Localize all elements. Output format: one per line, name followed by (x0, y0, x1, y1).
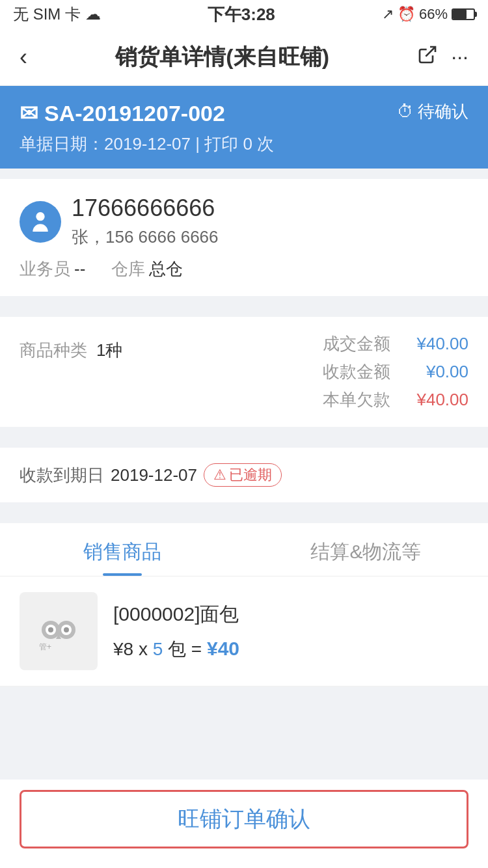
product-unit-price: ¥8 (113, 639, 133, 659)
financial-stats: 成交金额 ¥40.00 收款金额 ¥0.00 本单欠款 ¥40.00 (323, 332, 468, 411)
received-label: 收款金额 (323, 360, 390, 383)
product-types-label: 商品种类 (20, 339, 87, 362)
overdue-badge-text: 已逾期 (229, 465, 272, 485)
tab-settlement[interactable]: 结算&物流等 (244, 523, 488, 576)
bottom-bar: 旺铺订单确认 (0, 780, 488, 868)
customer-name: 张，156 6666 6666 (72, 226, 219, 249)
tabs-bar: 销售商品 结算&物流等 (0, 523, 488, 576)
overdue-warning-icon: ⚠ (213, 467, 226, 483)
order-header-card: ✉ SA-20191207-002 单据日期：2019-12-07 | 打印 0… (0, 86, 488, 169)
page-title: 销货单详情(来自旺铺) (115, 42, 329, 72)
share-button[interactable] (417, 44, 438, 70)
warehouse-item: 仓库 总仓 (111, 258, 183, 280)
warehouse-value: 总仓 (149, 258, 183, 280)
customer-info-card: 17666666666 张，156 6666 6666 业务员 -- 仓库 总仓 (0, 179, 488, 296)
owed-label: 本单欠款 (323, 388, 390, 411)
svg-point-1 (36, 212, 44, 221)
battery-label: 66% (419, 6, 448, 23)
product-name: [0000002]面包 (113, 601, 468, 628)
amount-value: ¥40.00 (397, 334, 468, 354)
overdue-date: 2019-12-07 (111, 465, 197, 485)
stats-card: 商品种类 1种 成交金额 ¥40.00 收款金额 ¥0.00 本单欠款 ¥40.… (0, 317, 488, 427)
alarm-icon: ⏰ (398, 6, 415, 23)
svg-point-6 (48, 627, 53, 632)
svg-point-7 (64, 627, 69, 632)
nav-right-buttons: ··· (417, 44, 468, 70)
back-button[interactable]: ‹ (20, 44, 27, 71)
sim-label: 无 SIM 卡 ☁ (13, 4, 101, 25)
product-equals: = (191, 639, 207, 659)
status-text: 待确认 (418, 100, 468, 123)
product-info: [0000002]面包 ¥8 x 5 包 = ¥40 (113, 601, 468, 662)
order-id: SA-20191207-002 (44, 101, 225, 126)
received-value: ¥0.00 (397, 362, 468, 382)
header-left: ✉ SA-20191207-002 单据日期：2019-12-07 | 打印 0… (20, 100, 397, 156)
svg-line-0 (426, 47, 436, 57)
customer-avatar (20, 201, 61, 243)
owed-value: ¥40.00 (397, 390, 468, 410)
product-quantity: 5 (153, 639, 163, 659)
more-button[interactable]: ··· (451, 45, 468, 69)
order-status: ⏱ 待确认 (397, 100, 468, 123)
product-types: 商品种类 1种 (20, 332, 122, 368)
order-envelope-icon: ✉ (20, 100, 38, 126)
svg-text:管+: 管+ (39, 642, 51, 651)
tab-sales-products[interactable]: 销售商品 (0, 523, 244, 576)
divider-1 (0, 296, 488, 306)
status-bar: 无 SIM 卡 ☁ 下午3:28 ↗ ⏰ 66% (0, 0, 488, 29)
customer-details: 17666666666 张，156 6666 6666 (72, 195, 219, 249)
product-thumbnail: 管+ (20, 592, 98, 670)
status-bar-right: ↗ ⏰ 66% (382, 6, 475, 23)
salesperson-value: -- (74, 259, 85, 279)
amount-label: 成交金额 (323, 332, 390, 355)
overdue-card: 收款到期日 2019-12-07 ⚠ 已逾期 (0, 448, 488, 502)
amount-item: 成交金额 ¥40.00 (323, 332, 468, 355)
customer-meta: 业务员 -- 仓库 总仓 (20, 258, 468, 280)
status-bar-time: 下午3:28 (208, 3, 275, 26)
product-card: 管+ [0000002]面包 ¥8 x 5 包 = ¥40 (0, 576, 488, 686)
status-clock-icon: ⏱ (397, 102, 414, 122)
battery-icon (452, 8, 475, 20)
product-total: ¥40 (207, 638, 239, 659)
divider-3 (0, 502, 488, 513)
overdue-row: 收款到期日 2019-12-07 ⚠ 已逾期 (20, 463, 468, 487)
stats-row: 商品种类 1种 成交金额 ¥40.00 收款金额 ¥0.00 本单欠款 ¥40.… (20, 332, 468, 411)
product-types-value: 1种 (96, 339, 122, 362)
tab-settlement-label: 结算&物流等 (310, 541, 421, 562)
order-id-row: ✉ SA-20191207-002 (20, 100, 397, 126)
overdue-label: 收款到期日 (20, 464, 104, 487)
divider-2 (0, 427, 488, 437)
product-price-row: ¥8 x 5 包 = ¥40 (113, 637, 468, 662)
order-date: 单据日期：2019-12-07 | 打印 0 次 (20, 133, 397, 156)
status-bar-left: 无 SIM 卡 ☁ (13, 4, 101, 25)
customer-phone: 17666666666 (72, 195, 219, 222)
customer-row: 17666666666 张，156 6666 6666 (20, 195, 468, 249)
product-unit: 包 (168, 639, 186, 659)
received-item: 收款金额 ¥0.00 (323, 360, 468, 383)
nav-bar: ‹ 销货单详情(来自旺铺) ··· (0, 29, 488, 86)
confirm-order-button[interactable]: 旺铺订单确认 (20, 790, 468, 848)
salesperson-label: 业务员 (20, 258, 70, 280)
tab-sales-products-label: 销售商品 (83, 541, 161, 562)
warehouse-label: 仓库 (111, 258, 145, 280)
salesperson-item: 业务员 -- (20, 258, 85, 280)
owed-item: 本单欠款 ¥40.00 (323, 388, 468, 411)
overdue-badge: ⚠ 已逾期 (204, 463, 282, 487)
product-multiply-sign: x (139, 639, 153, 659)
location-icon: ↗ (382, 6, 394, 23)
